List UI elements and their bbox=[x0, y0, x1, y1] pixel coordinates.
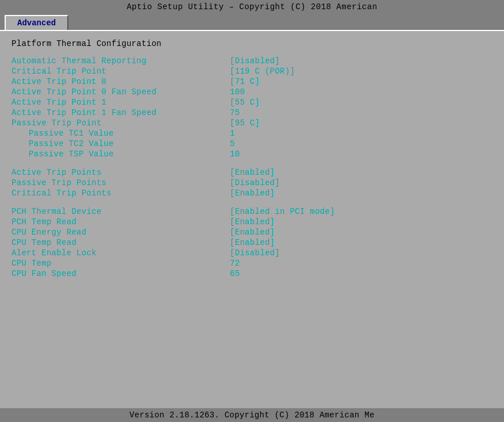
table-row: Active Trip Points[Enabled] bbox=[11, 168, 493, 177]
config-label: Automatic Thermal Reporting bbox=[11, 56, 230, 66]
config-value: [95 C] bbox=[230, 118, 260, 128]
config-value: [55 C] bbox=[230, 98, 260, 107]
tab-bar: Advanced bbox=[0, 14, 504, 30]
config-label: Passive Trip Point bbox=[11, 118, 230, 128]
config-value: [Disabled] bbox=[230, 178, 280, 187]
config-label: Critical Trip Points bbox=[11, 189, 230, 198]
config-label: Active Trip Points bbox=[11, 168, 230, 177]
table-row: PCH Temp Read[Enabled] bbox=[11, 217, 493, 227]
table-row: CPU Energy Read[Enabled] bbox=[11, 228, 493, 237]
table-row: CPU Fan Speed65 bbox=[11, 269, 493, 278]
config-label: CPU Temp Read bbox=[11, 238, 230, 247]
app: Aptio Setup Utility – Copyright (C) 2018… bbox=[0, 0, 504, 422]
config-label: Active Trip Point 0 bbox=[11, 77, 230, 86]
config-label: Active Trip Point 0 Fan Speed bbox=[11, 87, 230, 97]
title-text: Aptio Setup Utility – Copyright (C) 2018… bbox=[126, 2, 377, 11]
config-value: [Enabled] bbox=[230, 238, 275, 247]
config-value: 1 bbox=[230, 129, 235, 138]
table-row: Active Trip Point 0 Fan Speed100 bbox=[11, 87, 493, 97]
config-value: 72 bbox=[230, 259, 240, 268]
table-row: Passive TC1 Value1 bbox=[11, 129, 493, 138]
table-row: Automatic Thermal Reporting[Disabled] bbox=[11, 56, 493, 66]
spacer-row bbox=[11, 160, 493, 168]
config-label: Passive TSP Value bbox=[11, 149, 230, 159]
table-row: Active Trip Point 1[55 C] bbox=[11, 98, 493, 107]
config-label: CPU Energy Read bbox=[11, 228, 230, 237]
config-value: [Enabled] bbox=[230, 228, 275, 237]
config-value: 100 bbox=[230, 87, 245, 97]
config-value: [Enabled] bbox=[230, 168, 275, 177]
tab-advanced-label: Advanced bbox=[17, 18, 56, 28]
table-row: Active Trip Point 1 Fan Speed75 bbox=[11, 108, 493, 117]
main-content: Platform Thermal Configuration Automatic… bbox=[0, 30, 504, 408]
spacer-row bbox=[11, 199, 493, 207]
config-label: Alert Enable Lock bbox=[11, 248, 230, 258]
config-label: Active Trip Point 1 bbox=[11, 98, 230, 107]
config-label: CPU Fan Speed bbox=[11, 269, 230, 278]
title-bar: Aptio Setup Utility – Copyright (C) 2018… bbox=[0, 0, 504, 14]
config-label: Critical Trip Point bbox=[11, 67, 230, 76]
tab-advanced[interactable]: Advanced bbox=[5, 15, 68, 30]
config-value: [71 C] bbox=[230, 77, 260, 86]
footer-text: Version 2.18.1263. Copyright (C) 2018 Am… bbox=[129, 411, 374, 420]
table-row: Passive Trip Point[95 C] bbox=[11, 118, 493, 128]
table-row: Passive Trip Points[Disabled] bbox=[11, 178, 493, 187]
config-value: [Enabled] bbox=[230, 189, 275, 198]
table-row: CPU Temp72 bbox=[11, 259, 493, 268]
config-value: 65 bbox=[230, 269, 240, 278]
table-row: Critical Trip Point[119 C (POR)] bbox=[11, 67, 493, 76]
table-row: Critical Trip Points[Enabled] bbox=[11, 189, 493, 198]
config-value: [119 C (POR)] bbox=[230, 67, 295, 76]
table-row: Alert Enable Lock[Disabled] bbox=[11, 248, 493, 258]
config-label: PCH Thermal Device bbox=[11, 207, 230, 216]
config-table: Automatic Thermal Reporting[Disabled]Cri… bbox=[11, 56, 493, 278]
config-value: 5 bbox=[230, 139, 235, 148]
config-value: [Enabled] bbox=[230, 217, 275, 227]
config-label: Active Trip Point 1 Fan Speed bbox=[11, 108, 230, 117]
footer: Version 2.18.1263. Copyright (C) 2018 Am… bbox=[0, 408, 504, 422]
config-label: CPU Temp bbox=[11, 259, 230, 268]
config-label: Passive TC1 Value bbox=[11, 129, 230, 138]
config-label: PCH Temp Read bbox=[11, 217, 230, 227]
config-label: Passive Trip Points bbox=[11, 178, 230, 187]
config-value: [Disabled] bbox=[230, 56, 280, 66]
config-value: 75 bbox=[230, 108, 240, 117]
section-title: Platform Thermal Configuration bbox=[11, 39, 493, 48]
table-row: Passive TSP Value10 bbox=[11, 149, 493, 159]
table-row: Passive TC2 Value5 bbox=[11, 139, 493, 148]
table-row: PCH Thermal Device[Enabled in PCI mode] bbox=[11, 207, 493, 216]
config-value: 10 bbox=[230, 149, 240, 159]
config-label: Passive TC2 Value bbox=[11, 139, 230, 148]
table-row: CPU Temp Read[Enabled] bbox=[11, 238, 493, 247]
config-value: [Disabled] bbox=[230, 248, 280, 258]
table-row: Active Trip Point 0[71 C] bbox=[11, 77, 493, 86]
config-value: [Enabled in PCI mode] bbox=[230, 207, 335, 216]
